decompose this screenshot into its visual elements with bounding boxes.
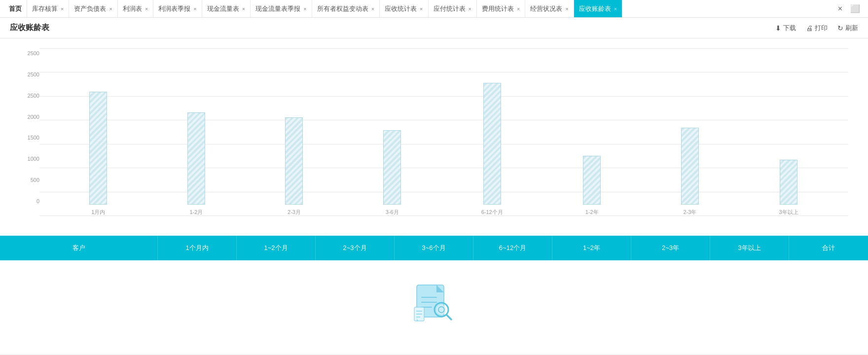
table-header-cell-1: 1个月内: [158, 236, 237, 260]
close-window-icon[interactable]: ×: [836, 3, 844, 14]
chart-y-axis: 2500250025002000150010005000: [20, 48, 39, 216]
bar-group: 1-2月: [187, 112, 205, 216]
refresh-button[interactable]: ↻ 刷新: [837, 24, 858, 33]
tab-label-profit-q: 利润表季报: [158, 4, 190, 13]
tab-label-profit: 利润表: [123, 4, 142, 13]
tab-close-cashflow-q[interactable]: ×: [303, 6, 306, 12]
page-title: 应收账龄表: [10, 23, 49, 33]
tab-close-balance[interactable]: ×: [109, 6, 112, 12]
chart-body: 1月内1-2月2-3月3-6月6-12个月1-2年2-3年3年以上: [39, 48, 848, 216]
bar-x-label: 3年以上: [779, 209, 798, 216]
tab-bar: 首页 库存核算×资产负债表×利润表×利润表季报×现金流量表×现金流量表季报×所有…: [0, 0, 868, 18]
tab-ar-aging[interactable]: 应收账龄表×: [574, 0, 622, 18]
svg-line-7: [446, 315, 451, 320]
y-axis-label: 0: [20, 198, 39, 204]
bar: [780, 160, 797, 205]
empty-state: [0, 260, 868, 354]
tab-close-profit[interactable]: ×: [145, 6, 148, 12]
maximize-window-icon[interactable]: ⬜: [848, 3, 862, 14]
bar-group: 1月内: [89, 92, 107, 216]
tab-equity[interactable]: 所有者权益变动表×: [312, 0, 380, 18]
bar: [583, 156, 601, 205]
tab-expense[interactable]: 费用统计表×: [477, 0, 525, 18]
table-header: 客户1个月内1~2个月2~3个月3~6个月6~12个月1~2年2~3年3年以上合…: [0, 236, 868, 260]
tab-balance[interactable]: 资产负债表×: [69, 0, 117, 18]
tab-label-ap-stat: 应付统计表: [434, 4, 466, 13]
tab-profit[interactable]: 利润表×: [118, 0, 153, 18]
main-content: 2500250025002000150010005000 1月内1-2月2-3月: [0, 38, 868, 354]
bar-group: 1-2年: [583, 156, 601, 216]
y-axis-label: 2000: [20, 114, 39, 120]
tab-ar-stat[interactable]: 应收统计表×: [380, 0, 428, 18]
table-header-cell-0: 客户: [0, 236, 158, 260]
tab-controls: × ⬜: [836, 3, 864, 14]
tab-close-cashflow[interactable]: ×: [242, 6, 245, 12]
tab-label-operation: 经营状况表: [530, 4, 562, 13]
print-button[interactable]: 🖨 打印: [806, 24, 828, 33]
tab-cashflow[interactable]: 现金流量表×: [202, 0, 251, 18]
tab-close-equity[interactable]: ×: [371, 6, 374, 12]
tab-label-balance: 资产负债表: [74, 4, 106, 13]
bar-x-label: 3-6月: [386, 209, 399, 216]
bar: [89, 92, 107, 205]
bar: [681, 128, 699, 205]
bar-group: 2-3年: [681, 128, 699, 216]
bars-row: 1月内1-2月2-3月3-6月6-12个月1-2年2-3年3年以上: [39, 48, 848, 216]
refresh-icon: ↻: [837, 24, 843, 32]
download-button[interactable]: ⬇ 下载: [775, 24, 796, 33]
tab-label-ar-stat: 应收统计表: [385, 4, 417, 13]
tab-close-operation[interactable]: ×: [565, 6, 568, 12]
tab-inventory[interactable]: 库存核算×: [27, 0, 69, 18]
tab-close-ar-stat[interactable]: ×: [420, 6, 423, 12]
tab-label-cashflow: 现金流量表: [207, 4, 239, 13]
table-header-cell-2: 1~2个月: [237, 236, 316, 260]
y-axis-label: 1000: [20, 156, 39, 162]
y-axis-label: 2500: [20, 50, 39, 56]
bar-x-label: 6-12个月: [481, 209, 503, 216]
tab-label-expense: 费用统计表: [482, 4, 514, 13]
table-header-cell-5: 6~12个月: [473, 236, 552, 260]
refresh-label: 刷新: [845, 24, 858, 33]
tab-close-ar-aging[interactable]: ×: [614, 6, 617, 12]
bar-x-label: 2-3年: [683, 209, 696, 216]
bar-x-label: 1-2年: [585, 209, 599, 216]
tab-close-profit-q[interactable]: ×: [193, 6, 196, 12]
bar-group: 3-6月: [383, 130, 401, 216]
tab-ap-stat[interactable]: 应付统计表×: [429, 0, 477, 18]
bar: [383, 130, 401, 205]
tab-close-ap-stat[interactable]: ×: [469, 6, 471, 12]
bar: [483, 83, 501, 205]
table-header-cell-7: 2~3年: [631, 236, 710, 260]
tab-home[interactable]: 首页: [4, 0, 27, 18]
y-axis-label: 1500: [20, 135, 39, 141]
tab-close-inventory[interactable]: ×: [61, 6, 64, 12]
chart-grid: 1月内1-2月2-3月3-6月6-12个月1-2年2-3年3年以上: [39, 48, 848, 216]
header-actions: ⬇ 下载 🖨 打印 ↻ 刷新: [775, 24, 858, 33]
table-header-cell-3: 2~3个月: [316, 236, 395, 260]
print-icon: 🖨: [806, 24, 813, 32]
table-header-cell-6: 1~2年: [552, 236, 631, 260]
tab-cashflow-q[interactable]: 现金流量表季报×: [251, 0, 312, 18]
tab-label-cashflow-q: 现金流量表季报: [255, 4, 300, 13]
y-axis-label: 500: [20, 177, 39, 183]
download-label: 下载: [783, 24, 796, 33]
tab-label-inventory: 库存核算: [32, 4, 58, 13]
print-label: 打印: [815, 24, 828, 33]
bar-group: 3年以上: [779, 160, 798, 216]
svg-point-6: [436, 305, 446, 315]
tab-close-expense[interactable]: ×: [517, 6, 520, 12]
tab-label-equity: 所有者权益变动表: [317, 4, 368, 13]
page-header: 应收账龄表 ⬇ 下载 🖨 打印 ↻ 刷新: [0, 18, 868, 38]
tab-home-label: 首页: [9, 4, 22, 13]
y-axis-label: 2500: [20, 71, 39, 77]
download-icon: ⬇: [775, 24, 781, 32]
empty-icon: [409, 280, 459, 324]
tab-operation[interactable]: 经营状况表×: [525, 0, 574, 18]
bar-x-label: 1月内: [91, 209, 105, 216]
table-header-cell-4: 3~6个月: [395, 236, 473, 260]
bar-group: 2-3月: [285, 117, 303, 216]
bar-x-label: 1-2月: [189, 209, 203, 216]
bar-group: 6-12个月: [481, 83, 503, 216]
tab-profit-q[interactable]: 利润表季报×: [153, 0, 202, 18]
bar: [187, 112, 205, 205]
